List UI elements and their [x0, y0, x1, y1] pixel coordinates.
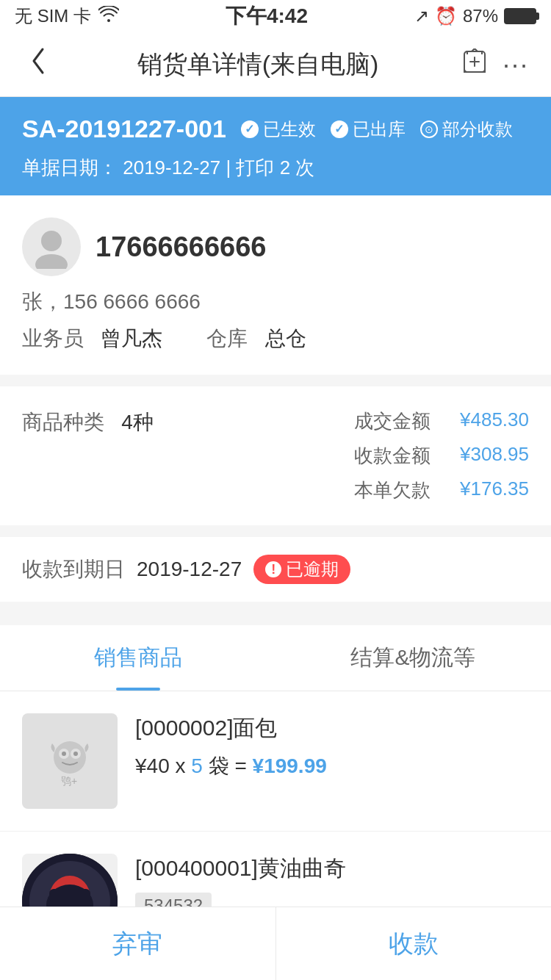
clock-icon: ⊙: [420, 120, 438, 138]
tab-sales-products[interactable]: 销售商品: [0, 625, 276, 691]
due-label: 收款到期日: [22, 555, 125, 583]
svg-text:鸮+: 鸮+: [61, 775, 77, 787]
overdue-badge: ! 已逾期: [253, 555, 350, 584]
debt-row: 本单欠款 ¥176.35: [354, 478, 529, 503]
due-date-section: 收款到期日 2019-12-27 ! 已逾期: [0, 537, 551, 602]
print-unit: 次: [295, 156, 314, 179]
svg-rect-17: [49, 889, 90, 902]
overdue-icon: !: [265, 561, 281, 577]
product-name: [0000002]面包: [135, 713, 529, 743]
print-count: 2: [280, 156, 290, 179]
debt-label: 本单欠款: [354, 478, 431, 503]
share-icon[interactable]: [461, 48, 488, 80]
order-date: 2019-12-27: [123, 156, 220, 179]
battery-icon: [504, 8, 536, 24]
svg-point-6: [62, 752, 66, 756]
svg-point-7: [73, 752, 78, 756]
salesman-group: 业务员 曾凡杰: [22, 325, 162, 353]
receipt-amount: ¥308.95: [460, 443, 529, 469]
print-label: | 打印: [226, 156, 274, 179]
product-quantity: 5: [191, 754, 203, 777]
check-icon: ✓: [241, 120, 259, 138]
header-banner: SA-20191227-001 ✓ 已生效 ✓ 已出库 ⊙ 部分收款 单据日期：…: [0, 97, 551, 195]
transaction-label: 成交金额: [354, 408, 431, 434]
customer-meta: 业务员 曾凡杰 仓库 总仓: [22, 325, 529, 353]
badge-shipped: ✓ 已出库: [331, 118, 406, 141]
warehouse-group: 仓库 总仓: [206, 325, 306, 353]
date-label: 单据日期：: [22, 156, 118, 179]
wifi-icon: [98, 6, 119, 26]
nav-bar: 销货单详情(来自电脑) ···: [0, 32, 551, 97]
alarm-icon: ⏰: [435, 6, 457, 26]
product-image-placeholder: 鸮+: [22, 713, 118, 809]
confirm-button[interactable]: 收款: [276, 907, 552, 980]
transaction-amount: ¥485.30: [460, 408, 529, 434]
product-info: [0000002]面包 ¥40 x 5 袋 = ¥199.99: [135, 713, 529, 809]
status-right: ↗ ⏰ 87%: [414, 6, 536, 26]
cancel-button[interactable]: 弃审: [0, 907, 276, 980]
order-id: SA-20191227-001: [22, 115, 226, 143]
badge-effective: ✓ 已生效: [241, 118, 316, 141]
avatar: [22, 217, 81, 276]
customer-row: 17666666666: [22, 217, 529, 276]
page-title: 销货单详情(来自电脑): [137, 48, 379, 82]
due-date-value: 2019-12-27: [137, 558, 242, 581]
product-item: 鸮+ [0000002]面包 ¥40 x 5 袋 = ¥199.99: [0, 691, 551, 832]
nav-actions: ···: [461, 48, 529, 80]
banner-row1: SA-20191227-001 ✓ 已生效 ✓ 已出库 ⊙ 部分收款: [22, 115, 529, 143]
warehouse-value: 总仓: [265, 327, 306, 350]
customer-section: 17666666666 张，156 6666 6666 业务员 曾凡杰 仓库 总…: [0, 195, 551, 375]
category-info: 商品种类 4种: [22, 408, 154, 503]
product-total: ¥199.99: [253, 754, 327, 777]
salesman-value: 曾凡杰: [101, 327, 162, 350]
banner-date-row: 单据日期： 2019-12-27 | 打印 2 次: [22, 155, 529, 181]
category-count: 4种: [121, 411, 154, 433]
back-button[interactable]: [22, 39, 54, 90]
svg-point-3: [54, 741, 86, 774]
location-icon: ↗: [414, 6, 429, 26]
battery-label: 87%: [463, 6, 498, 26]
customer-phone: 17666666666: [96, 231, 266, 263]
svg-point-2: [35, 254, 68, 269]
badge-partial: ⊙ 部分收款: [420, 118, 513, 141]
bottom-bar: 弃审 收款: [0, 907, 551, 980]
receipt-label: 收款金额: [354, 443, 431, 469]
receipt-row: 收款金额 ¥308.95: [354, 443, 529, 469]
salesman-label: 业务员: [22, 327, 84, 350]
time-label: 下午4:42: [226, 2, 308, 30]
check-icon2: ✓: [331, 120, 348, 138]
section-divider: [0, 613, 551, 625]
status-left: 无 SIM 卡: [15, 4, 119, 28]
summary-section: 商品种类 4种 成交金额 ¥485.30 收款金额 ¥308.95 本单欠款 ¥…: [0, 386, 551, 525]
customer-name-phone: 张，156 6666 6666: [22, 288, 529, 316]
status-bar: 无 SIM 卡 下午4:42 ↗ ⏰ 87%: [0, 0, 551, 32]
amount-info: 成交金额 ¥485.30 收款金额 ¥308.95 本单欠款 ¥176.35: [354, 408, 529, 503]
more-icon[interactable]: ···: [503, 49, 529, 80]
transaction-row: 成交金额 ¥485.30: [354, 408, 529, 434]
product-thumbnail: 鸮+: [22, 713, 118, 809]
category-label: 商品种类: [22, 411, 104, 433]
product-name: [000400001]黄油曲奇: [135, 854, 529, 884]
carrier-label: 无 SIM 卡: [15, 4, 91, 28]
warehouse-label: 仓库: [206, 327, 248, 350]
tabs: 销售商品 结算&物流等: [0, 625, 551, 691]
tab-settlement[interactable]: 结算&物流等: [276, 625, 551, 691]
product-price: ¥40 x 5 袋 = ¥199.99: [135, 752, 529, 780]
debt-amount: ¥176.35: [460, 478, 529, 503]
svg-point-1: [41, 231, 62, 251]
overdue-label: 已逾期: [286, 558, 339, 581]
